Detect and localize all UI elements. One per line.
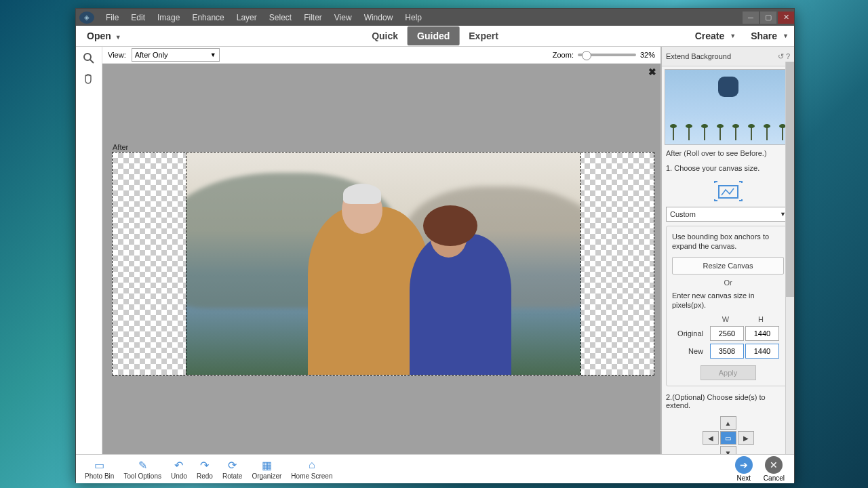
step1-label: 1. Choose your canvas size. bbox=[662, 161, 794, 175]
after-label: After bbox=[113, 143, 128, 151]
resize-canvas-button[interactable]: Resize Canvas bbox=[672, 257, 784, 274]
new-height-input[interactable] bbox=[745, 344, 779, 359]
menu-image[interactable]: Image bbox=[151, 10, 186, 25]
zoom-tool-icon[interactable] bbox=[81, 51, 96, 66]
view-dropdown[interactable]: After Only▼ bbox=[132, 48, 220, 62]
option-bar: View: After Only▼ Zoom: 32% bbox=[102, 47, 660, 64]
organizer-button[interactable]: ▦Organizer bbox=[247, 458, 286, 480]
image-frame[interactable] bbox=[112, 152, 654, 375]
hand-tool-icon[interactable] bbox=[81, 71, 96, 86]
photo-bin-button[interactable]: ▭Photo Bin bbox=[80, 458, 119, 480]
open-menu[interactable]: Open▼ bbox=[81, 28, 127, 44]
close-window-button[interactable]: ✕ bbox=[778, 12, 794, 24]
extend-center-button[interactable]: ▭ bbox=[720, 431, 736, 445]
app-logo-icon: ◈ bbox=[79, 12, 94, 24]
chevron-down-icon: ▼ bbox=[210, 52, 216, 58]
extend-up-button[interactable]: ▲ bbox=[720, 416, 736, 430]
tool-options-button[interactable]: ✎Tool Options bbox=[119, 458, 166, 480]
help-icon[interactable]: ? bbox=[786, 52, 790, 61]
tool-options-icon: ✎ bbox=[134, 458, 151, 472]
zoom-label: Zoom: bbox=[553, 51, 574, 59]
redo-button[interactable]: ↷Redo bbox=[192, 458, 218, 480]
home-screen-button[interactable]: ⌂Home Screen bbox=[286, 458, 337, 480]
canvas-area[interactable]: ✖ After bbox=[102, 64, 660, 454]
resize-panel: Use bounding box anchors to expand the c… bbox=[666, 226, 790, 386]
extend-direction-pad: ▲ ◀▭▶ ▼ bbox=[701, 416, 755, 454]
extend-down-button[interactable]: ▼ bbox=[720, 446, 736, 454]
height-header: H bbox=[745, 315, 776, 323]
original-height-input[interactable] bbox=[745, 326, 779, 341]
width-header: W bbox=[710, 315, 741, 323]
next-button[interactable]: ➔Next bbox=[730, 456, 758, 482]
mode-expert[interactable]: Expert bbox=[459, 26, 508, 45]
enter-size-hint: Enter new canvas size in pixels(px). bbox=[672, 291, 784, 310]
zoom-slider[interactable] bbox=[578, 54, 636, 56]
cancel-button[interactable]: ✕Cancel bbox=[758, 456, 790, 482]
create-menu[interactable]: Create bbox=[695, 30, 725, 41]
mode-guided[interactable]: Guided bbox=[408, 26, 459, 45]
zoom-value: 32% bbox=[640, 51, 655, 59]
maximize-button[interactable]: ▢ bbox=[760, 12, 776, 24]
original-label: Original bbox=[672, 329, 706, 338]
rotate-button[interactable]: ⟳Rotate bbox=[218, 458, 247, 480]
canvas-size-icon bbox=[713, 179, 743, 203]
new-label: New bbox=[672, 347, 706, 355]
reset-icon[interactable]: ↺ bbox=[778, 52, 784, 61]
svg-point-0 bbox=[84, 54, 91, 60]
cancel-x-icon: ✕ bbox=[765, 456, 783, 474]
view-label: View: bbox=[108, 51, 126, 59]
app-window: ◈ File Edit Image Enhance Layer Select F… bbox=[75, 8, 795, 483]
extend-right-button[interactable]: ▶ bbox=[738, 431, 754, 445]
extend-left-button[interactable]: ◀ bbox=[703, 431, 719, 445]
minimize-button[interactable]: ─ bbox=[743, 12, 759, 24]
redo-icon: ↷ bbox=[197, 458, 213, 472]
chevron-down-icon: ▼ bbox=[115, 34, 121, 41]
menu-bar: File Edit Image Enhance Layer Select Fil… bbox=[100, 10, 428, 25]
guided-panel: Extend Background ↺? After (Roll over to… bbox=[660, 47, 794, 454]
original-left-edge bbox=[186, 152, 186, 375]
tool-strip bbox=[76, 47, 102, 454]
photo-content bbox=[186, 152, 580, 375]
home-icon: ⌂ bbox=[304, 458, 320, 472]
menu-enhance[interactable]: Enhance bbox=[186, 10, 230, 25]
svg-line-1 bbox=[90, 60, 94, 63]
mode-quick[interactable]: Quick bbox=[362, 26, 408, 45]
or-label: Or bbox=[672, 279, 784, 287]
scrollbar-thumb[interactable] bbox=[786, 62, 794, 297]
undo-button[interactable]: ↶Undo bbox=[166, 458, 192, 480]
undo-icon: ↶ bbox=[171, 458, 187, 472]
share-menu[interactable]: Share bbox=[751, 30, 777, 41]
panel-title: Extend Background bbox=[666, 52, 731, 60]
next-arrow-icon: ➔ bbox=[735, 456, 753, 474]
chevron-down-icon: ▼ bbox=[783, 33, 789, 39]
slider-thumb[interactable] bbox=[582, 51, 591, 60]
menu-file[interactable]: File bbox=[100, 10, 125, 25]
menu-window[interactable]: Window bbox=[358, 10, 399, 25]
chevron-down-icon: ▼ bbox=[730, 33, 736, 39]
photo-bin-icon: ▭ bbox=[92, 458, 108, 472]
menu-view[interactable]: View bbox=[328, 10, 358, 25]
bottom-bar: ▭Photo Bin ✎Tool Options ↶Undo ↷Redo ⟳Ro… bbox=[76, 454, 794, 483]
step2-label: 2.(Optional) Choose side(s) to extend. bbox=[662, 390, 794, 412]
apply-button[interactable]: Apply bbox=[701, 365, 756, 380]
rotate-icon: ⟳ bbox=[224, 458, 241, 472]
canvas-preset-dropdown[interactable]: Custom▼ bbox=[666, 207, 790, 222]
center-area: View: After Only▼ Zoom: 32% ✖ After bbox=[102, 47, 660, 454]
menu-help[interactable]: Help bbox=[399, 10, 428, 25]
title-bar: ◈ File Edit Image Enhance Layer Select F… bbox=[76, 9, 794, 26]
menu-filter[interactable]: Filter bbox=[298, 10, 328, 25]
organizer-icon: ▦ bbox=[258, 458, 275, 472]
new-width-input[interactable] bbox=[710, 344, 744, 359]
before-after-preview[interactable] bbox=[665, 69, 791, 145]
original-right-edge bbox=[580, 152, 581, 375]
original-width-input[interactable] bbox=[710, 326, 744, 341]
menu-select[interactable]: Select bbox=[263, 10, 298, 25]
menu-layer[interactable]: Layer bbox=[231, 10, 263, 25]
resize-hint: Use bounding box anchors to expand the c… bbox=[672, 232, 784, 251]
mode-bar: Open▼ Quick Guided Expert Create▼ Share▼ bbox=[76, 26, 794, 47]
preview-caption: After (Roll over to see Before.) bbox=[662, 148, 794, 161]
panel-scrollbar[interactable] bbox=[785, 62, 794, 454]
menu-edit[interactable]: Edit bbox=[125, 10, 151, 25]
close-guided-button[interactable]: ✖ bbox=[648, 66, 656, 77]
